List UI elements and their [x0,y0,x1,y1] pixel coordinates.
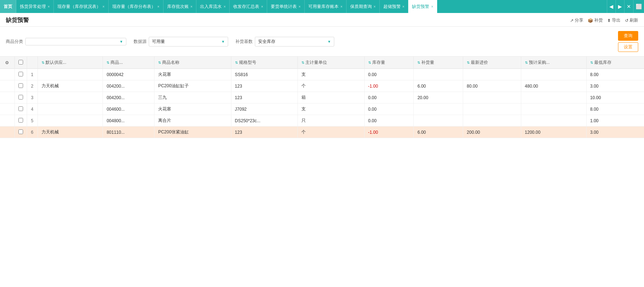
tab-label-overstock-warning: 超储预警 [383,4,401,10]
row-name-cell: 三九 [155,92,231,103]
select-all-checkbox[interactable] [18,60,23,65]
page-title: 缺货预警 [6,17,29,24]
col-replenish-qty[interactable]: ⇅补货量 [414,57,463,69]
tab-available-ledger[interactable]: 可用量库存账本× [305,0,347,13]
row-stock-cell: -1.00 [364,80,414,92]
datasource-filter-group: 数据源 可用量 ▼ [134,37,228,47]
price-sort-icon: ⇅ [467,61,470,65]
col-estimated-purchase[interactable]: ⇅预计采购... [521,57,586,69]
col-spec[interactable]: ⇅规格型号 [231,57,297,69]
row-min-stock-cell: 8.00 [586,103,644,115]
refresh-button[interactable]: ↺ 刷新 [625,17,638,23]
tab-close-receive-summary[interactable]: × [261,5,263,9]
row-name-cell: 火花塞 [155,69,231,80]
replenish-base-select[interactable]: 安全库存 ▼ [255,37,334,47]
tab-expiry-query[interactable]: 保质期查询× [347,0,380,13]
tab-inout-flow[interactable]: 出入库流水× [196,0,230,13]
filter-area: 商品分类 ▼ 数据源 可用量 ▼ 补货基数 安全库存 ▼ 查询 设置 [0,27,644,57]
row-checkbox-0[interactable] [18,72,23,76]
tab-close-order-stats[interactable]: × [299,5,301,9]
col-default-supplier[interactable]: ⇅默认供应... [38,57,103,69]
row-settings-cell [0,80,14,92]
row-checkbox-2[interactable] [18,95,23,100]
row-replenish-cell [414,69,463,80]
tab-label-exception: 拣货异常处理 [20,4,46,10]
row-stock-cell: -1.00 [364,127,414,138]
row-spec-cell: SS816 [231,69,297,80]
tab-batch-account[interactable]: 库存批次账× [164,0,197,13]
tab-label-receive-summary: 收发存汇总表 [233,4,259,10]
row-estimated-cell [521,69,586,80]
tab-stock-status[interactable]: 现存量（库存状况表）× [54,0,109,13]
tab-stock-dist[interactable]: 现存量（库存分布表）× [109,0,164,13]
tab-label-stock-status: 现存量（库存状况表） [57,4,101,10]
row-estimated-cell [521,103,586,115]
row-settings-cell [0,127,14,138]
row-supplier-cell [38,115,103,127]
category-label: 商品分类 [6,39,23,45]
tab-close-shortage-warning[interactable]: × [431,5,433,9]
row-checkbox-cell [14,92,27,103]
next-tab-button[interactable]: ▶ [615,0,624,13]
row-checkbox-cell [14,115,27,127]
tab-label-order-stats: 要货单统计表 [271,4,297,10]
row-checkbox-3[interactable] [18,106,23,111]
tab-close-batch-account[interactable]: × [191,5,193,9]
tab-home[interactable]: 首页 [0,0,16,13]
row-price-cell: 200.00 [463,127,521,138]
row-stock-cell: 0.00 [364,115,414,127]
tab-label-home: 首页 [4,4,12,10]
share-button[interactable]: ↗ 分享 [570,17,583,23]
estimated-sort-icon: ⇅ [525,61,528,65]
row-checkbox-4[interactable] [18,118,23,123]
col-product-code[interactable]: ⇅商品... [103,57,155,69]
maximize-button[interactable]: ⬜ [633,0,644,13]
col-min-stock[interactable]: ⇅最低库存 [586,57,644,69]
tab-receive-summary[interactable]: 收发存汇总表× [230,0,267,13]
tab-label-batch-account: 库存批次账 [167,4,189,10]
tab-overstock-warning[interactable]: 超储预警× [380,0,409,13]
replenish-base-dropdown-arrow: ▼ [327,40,331,44]
category-select[interactable]: ▼ [25,38,126,45]
col-latest-price[interactable]: ⇅最新进价 [463,57,521,69]
tab-nav-buttons: ◀ ▶ ✕ ⬜ [607,0,644,13]
col-unit[interactable]: ⇅主计量单位 [297,57,364,69]
tab-exception[interactable]: 拣货异常处理× [16,0,54,13]
row-num-cell: 6 [27,127,38,138]
settings-button[interactable]: 设置 [618,42,638,52]
tab-close-overstock-warning[interactable]: × [402,5,405,9]
tab-label-available-ledger: 可用量库存账本 [308,4,339,10]
row-replenish-cell: 6.00 [414,127,463,138]
tab-close-stock-status[interactable]: × [103,5,105,9]
col-product-name[interactable]: ⇅商品名称 [155,57,231,69]
replenish-button[interactable]: 📦 补货 [588,17,603,23]
row-replenish-cell: 20.00 [414,92,463,103]
col-settings[interactable]: ⚙ [0,57,14,69]
tab-close-available-ledger[interactable]: × [340,5,343,9]
tab-close-stock-dist[interactable]: × [157,5,160,9]
query-button[interactable]: 查询 [618,31,638,41]
replenish-base-label: 补货基数 [235,39,253,45]
row-checkbox-1[interactable] [18,83,23,88]
row-supplier-cell [38,92,103,103]
row-spec-cell: 123 [231,80,297,92]
row-replenish-cell [414,103,463,115]
tab-shortage-warning[interactable]: 缺货预警× [408,0,437,13]
tab-order-stats[interactable]: 要货单统计表× [267,0,305,13]
tab-close-inout-flow[interactable]: × [223,5,226,9]
row-num-cell: 1 [27,69,38,80]
table-body: 1 0000042 火花塞 SS816 支 0.00 8.00 2 力天机械 0… [0,69,644,138]
prev-tab-button[interactable]: ◀ [607,0,615,13]
close-tab-button[interactable]: ✕ [624,0,633,13]
col-stock-qty[interactable]: ⇅库存量 [364,57,414,69]
tab-close-expiry-query[interactable]: × [374,5,376,9]
row-estimated-cell: 1200.00 [521,127,586,138]
datasource-select[interactable]: 可用量 ▼ [149,37,228,47]
tab-label-inout-flow: 出入库流水 [200,4,222,10]
row-min-stock-cell: 3.00 [586,80,644,92]
row-checkbox-5[interactable] [18,129,23,134]
table-settings-icon[interactable]: ⚙ [5,60,9,65]
row-settings-cell [0,103,14,115]
export-button[interactable]: ⬆ 导出 [607,17,621,23]
tab-close-exception[interactable]: × [48,5,50,9]
